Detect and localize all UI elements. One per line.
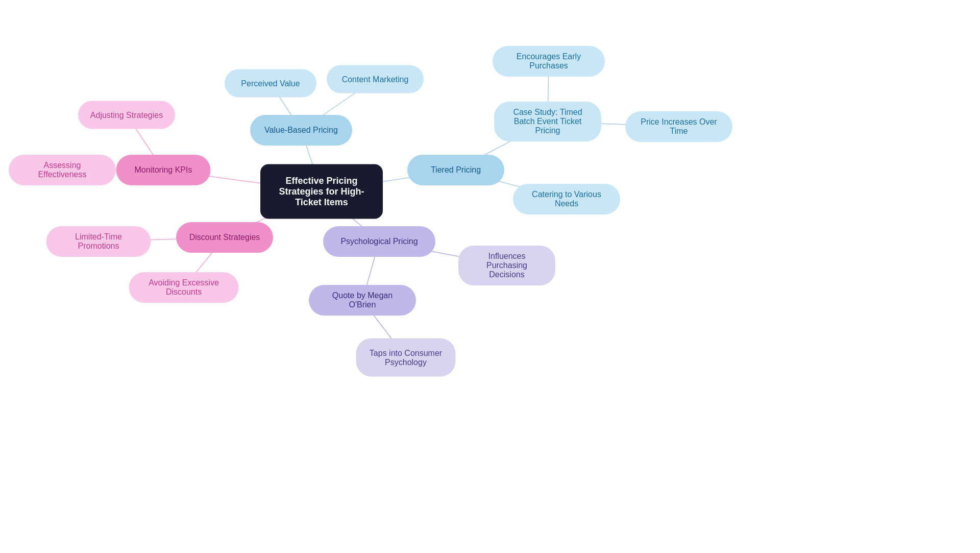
node-value_based_pricing[interactable]: Value-Based Pricing bbox=[250, 115, 352, 146]
node-assessing_effectiveness[interactable]: Assessing Effectiveness bbox=[9, 155, 116, 185]
node-taps_consumer[interactable]: Taps into Consumer Psychology bbox=[356, 339, 456, 377]
node-case_study[interactable]: Case Study: Timed Batch Event Ticket Pri… bbox=[494, 102, 601, 141]
node-psychological_pricing[interactable]: Psychological Pricing bbox=[323, 226, 435, 257]
node-price_increases[interactable]: Price Increases Over Time bbox=[625, 111, 732, 142]
node-influences_purchasing[interactable]: Influences Purchasing Decisions bbox=[458, 246, 555, 285]
node-tiered_pricing[interactable]: Tiered Pricing bbox=[407, 155, 504, 185]
node-adjusting_strategies[interactable]: Adjusting Strategies bbox=[78, 101, 175, 129]
node-discount_strategies[interactable]: Discount Strategies bbox=[176, 222, 273, 253]
node-monitoring_kpis[interactable]: Monitoring KPIs bbox=[116, 155, 211, 185]
node-limited_time[interactable]: Limited-Time Promotions bbox=[46, 226, 151, 257]
node-avoiding_excessive[interactable]: Avoiding Excessive Discounts bbox=[129, 272, 239, 303]
node-catering_needs[interactable]: Catering to Various Needs bbox=[513, 184, 620, 214]
node-quote_obrien[interactable]: Quote by Megan O'Brien bbox=[309, 285, 416, 316]
node-perceived_value[interactable]: Perceived Value bbox=[225, 69, 316, 98]
node-encourages_early[interactable]: Encourages Early Purchases bbox=[493, 46, 605, 77]
mindmap-container: Effective Pricing Strategies for High-Ti… bbox=[0, 0, 980, 553]
node-content_marketing[interactable]: Content Marketing bbox=[327, 65, 424, 93]
node-center[interactable]: Effective Pricing Strategies for High-Ti… bbox=[260, 164, 383, 219]
